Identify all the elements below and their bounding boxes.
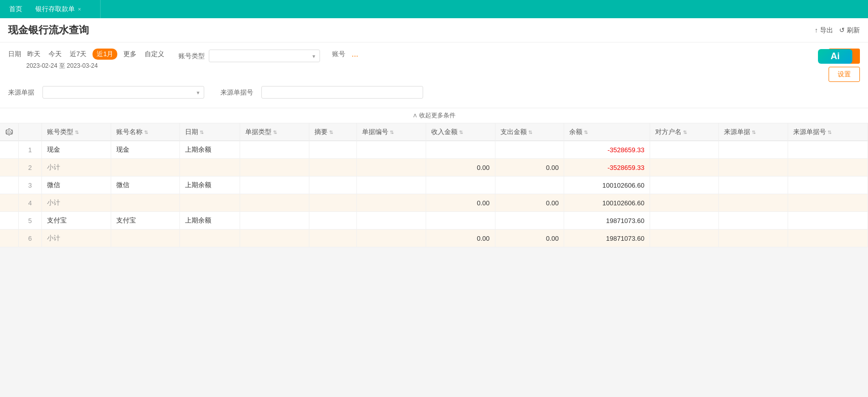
table-cell-expense <box>495 177 564 194</box>
balance-header[interactable]: 余额⇅ <box>564 123 650 141</box>
table-cell-income: 0.00 <box>426 159 495 177</box>
filter-row-1: 日期 昨天今天近7天近1月更多自定义 2023-02-24 至 2023-03-… <box>8 49 860 82</box>
table-cell-expense: 0.00 <box>495 159 564 177</box>
source-doc-num-label: 来源单据号 <box>220 88 253 97</box>
table-row: 2小计0.000.00-3528659.33 <box>0 159 868 177</box>
date-filter-section: 日期 昨天今天近7天近1月更多自定义 2023-02-24 至 2023-03-… <box>8 49 166 70</box>
date-shortcuts: 昨天今天近7天近1月更多自定义 <box>25 49 166 60</box>
table-cell-gear <box>0 141 19 159</box>
date-shortcut-button[interactable]: 自定义 <box>143 49 166 60</box>
table-cell-sourceDocNo <box>788 212 868 230</box>
table-cell-date <box>180 159 240 177</box>
table-cell-expense: 0.00 <box>495 230 564 247</box>
table-cell-accountName: 现金 <box>111 141 180 159</box>
date-label: 日期 <box>8 50 21 59</box>
table-cell-sourceDoc <box>719 141 788 159</box>
table-cell-income <box>426 177 495 194</box>
table-cell-counterpart <box>650 230 719 247</box>
date-shortcut-button[interactable]: 近7天 <box>68 49 88 60</box>
table-cell-summary <box>309 230 356 247</box>
collapse-icon: ∧ <box>413 112 419 119</box>
table-cell-rowNum: 5 <box>19 212 42 230</box>
account-type-select[interactable] <box>209 50 320 62</box>
table-body: 1现金现金上期余额-3528659.332小计0.000.00-3528659.… <box>0 141 868 247</box>
table-cell-balance: 100102606.60 <box>564 194 650 212</box>
date-header[interactable]: 日期⇅ <box>180 123 240 141</box>
income-header[interactable]: 收入金额⇅ <box>426 123 495 141</box>
source-doc-header[interactable]: 来源单据⇅ <box>719 123 788 141</box>
table-cell-counterpart <box>650 212 719 230</box>
date-range-display: 2023-02-24 至 2023-03-24 <box>26 62 98 70</box>
nav-tab[interactable]: 银行存取款单× <box>29 0 101 18</box>
table-cell-sourceDoc <box>719 159 788 177</box>
table-cell-summary <box>309 194 356 212</box>
data-table: 账号类型⇅ 账号名称⇅ 日期⇅ 单据类型⇅ 摘要⇅ 单据编号⇅ 收入金额⇅ 支出… <box>0 123 868 247</box>
gear-icon <box>5 128 13 136</box>
table-cell-gear <box>0 177 19 194</box>
table-row: 3微信微信上期余额100102606.60 <box>0 177 868 194</box>
table-cell-accountType: 现金 <box>41 141 111 159</box>
expense-header[interactable]: 支出金额⇅ <box>495 123 564 141</box>
table-cell-docType <box>240 194 309 212</box>
date-shortcut-button[interactable]: 昨天 <box>25 49 42 60</box>
table-cell-date: 上期余额 <box>180 177 240 194</box>
table-cell-date: 上期余额 <box>180 212 240 230</box>
close-icon[interactable]: × <box>78 6 81 12</box>
table-cell-gear <box>0 194 19 212</box>
date-shortcut-button[interactable]: 更多 <box>121 49 139 60</box>
gear-column-header[interactable] <box>0 123 19 141</box>
table-cell-accountName: 微信 <box>111 177 180 194</box>
summary-header[interactable]: 摘要⇅ <box>309 123 356 141</box>
table-cell-income <box>426 212 495 230</box>
table-cell-sourceDoc <box>719 212 788 230</box>
table-cell-counterpart <box>650 194 719 212</box>
nav-home[interactable]: 首页 <box>2 0 29 18</box>
header-actions: ↑ 导出 ↺ 刷新 <box>815 26 860 35</box>
table-cell-balance: -3528659.33 <box>564 141 650 159</box>
doc-type-header[interactable]: 单据类型⇅ <box>240 123 309 141</box>
source-doc-select[interactable] <box>42 86 204 99</box>
doc-no-header[interactable]: 单据编号⇅ <box>357 123 426 141</box>
account-type-header[interactable]: 账号类型⇅ <box>41 123 111 141</box>
nav-tabs: 收款单×付款单×其他收入单×应收应付调整单×银行存取款单×预收冲应收单×收款核销… <box>29 0 101 18</box>
table-cell-rowNum: 4 <box>19 194 42 212</box>
table-cell-docNo <box>357 212 426 230</box>
refresh-button[interactable]: ↺ 刷新 <box>839 26 860 35</box>
collapse-bar[interactable]: ∧ 收起更多条件 <box>0 108 868 123</box>
table-cell-gear <box>0 212 19 230</box>
table-header-row: 账号类型⇅ 账号名称⇅ 日期⇅ 单据类型⇅ 摘要⇅ 单据编号⇅ 收入金额⇅ 支出… <box>0 123 868 141</box>
page-header: 现金银行流水查询 ↑ 导出 ↺ 刷新 <box>0 18 868 42</box>
table-cell-docType <box>240 230 309 247</box>
counterpart-header[interactable]: 对方户名⇅ <box>650 123 719 141</box>
export-button[interactable]: ↑ 导出 <box>815 26 834 35</box>
table-cell-balance: 100102606.60 <box>564 177 650 194</box>
table-cell-sourceDocNo <box>788 177 868 194</box>
source-doc-no-header[interactable]: 来源单据号⇅ <box>788 123 868 141</box>
table-cell-expense <box>495 141 564 159</box>
account-dots-button[interactable]: ... <box>349 50 360 59</box>
table-cell-date <box>180 194 240 212</box>
ai-badge[interactable]: Ai <box>818 49 852 64</box>
table-cell-sourceDoc <box>719 194 788 212</box>
date-shortcut-button[interactable]: 近1月 <box>93 49 117 60</box>
table-cell-income <box>426 141 495 159</box>
table-cell-accountName <box>111 159 180 177</box>
table-cell-docNo <box>357 194 426 212</box>
settings-button[interactable]: 设置 <box>829 67 860 82</box>
table-cell-sourceDocNo <box>788 159 868 177</box>
date-shortcut-button[interactable]: 今天 <box>47 49 64 60</box>
table-cell-accountType: 支付宝 <box>41 212 111 230</box>
table-cell-docNo <box>357 159 426 177</box>
table-cell-balance: 19871073.60 <box>564 230 650 247</box>
source-doc-num-input[interactable] <box>261 86 423 99</box>
account-type-filter: 账号类型 <box>178 50 320 62</box>
table-cell-docNo <box>357 177 426 194</box>
table-cell-summary <box>309 141 356 159</box>
table-cell-sourceDocNo <box>788 141 868 159</box>
refresh-icon: ↺ <box>839 26 845 34</box>
table-cell-docNo <box>357 141 426 159</box>
account-filter: 账号 ... <box>332 50 360 59</box>
table-cell-accountType: 小计 <box>41 194 111 212</box>
table-cell-balance: -3528659.33 <box>564 159 650 177</box>
account-name-header[interactable]: 账号名称⇅ <box>111 123 180 141</box>
